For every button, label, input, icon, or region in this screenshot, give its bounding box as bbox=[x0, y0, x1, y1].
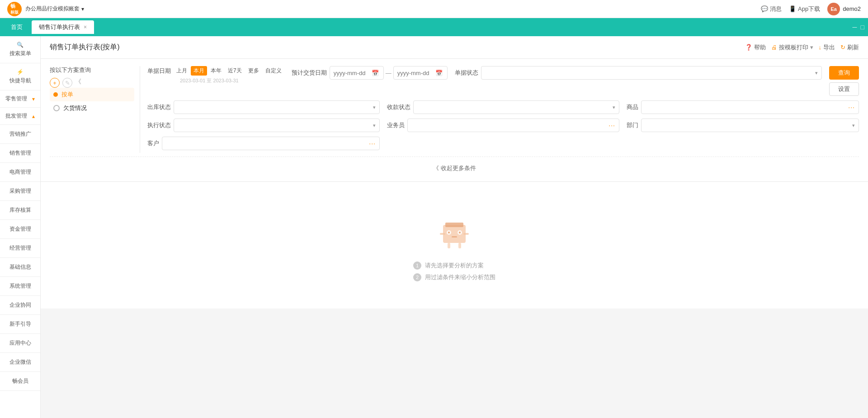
refresh-button[interactable]: ↻ 刷新 bbox=[840, 43, 859, 52]
query-button[interactable]: 查询 bbox=[829, 66, 859, 80]
svg-rect-0 bbox=[443, 225, 466, 243]
sidebar-item-operations[interactable]: 经营管理 bbox=[0, 239, 40, 258]
pill-last-month[interactable]: 上月 bbox=[174, 66, 190, 76]
tab-close-icon[interactable]: × bbox=[84, 24, 87, 30]
download-icon: 📱 bbox=[789, 5, 796, 12]
sidebar-item-appstore[interactable]: 应用中心 bbox=[0, 334, 40, 353]
svg-rect-1 bbox=[445, 223, 463, 227]
collapse-button[interactable]: 《 收起更多条件 bbox=[433, 164, 476, 172]
payment-select[interactable]: ▾ bbox=[413, 100, 619, 114]
sidebar-item-enterprise[interactable]: 企业协同 bbox=[0, 296, 40, 315]
sidebar-item-marketing[interactable]: 营销推广 bbox=[0, 125, 40, 144]
page-header-actions: ❓ 帮助 🖨 按模板打印 ▾ ↓ 导出 ↻ 刷新 bbox=[745, 43, 859, 58]
sidebar-search[interactable]: 🔍 搜索菜单 bbox=[0, 36, 40, 63]
date-label: 单据日期 bbox=[147, 67, 171, 75]
message-button[interactable]: 💬 消息 bbox=[761, 5, 782, 13]
user-menu[interactable]: Ea demo2 bbox=[827, 3, 861, 15]
navtabs-right: ─ □ bbox=[853, 24, 864, 31]
sidebar-label-wechat: 企业微信 bbox=[9, 358, 31, 366]
calendar-end-icon: 📅 bbox=[435, 70, 443, 76]
sidebar-label-enterprise: 企业协同 bbox=[9, 301, 31, 309]
topbar-left: 畅 标版 办公用品行业模拟账套 ▾ bbox=[7, 2, 84, 16]
sidebar-label-inventory: 库存核算 bbox=[9, 206, 31, 214]
sidebar-quick-nav[interactable]: ⚡ 快捷导航 bbox=[0, 63, 40, 90]
pill-more[interactable]: 更多 bbox=[245, 66, 262, 76]
sidebar-item-wechat[interactable]: 企业微信 bbox=[0, 353, 40, 372]
svg-point-5 bbox=[459, 232, 461, 233]
sidebar-item-finance[interactable]: 资金管理 bbox=[0, 220, 40, 239]
salesperson-field: 业务员 ··· bbox=[387, 119, 619, 132]
nav-item-by-debt[interactable]: 欠货情况 bbox=[50, 101, 134, 115]
sidebar-label-finance: 资金管理 bbox=[9, 225, 31, 233]
main-content: 销售订单执行表(按单) ❓ 帮助 🖨 按模板打印 ▾ ↓ 导出 ↻ 刷新 bbox=[41, 36, 868, 418]
expected-date-field: 预计交货日期 📅 — 📅 bbox=[292, 66, 448, 80]
sidebar-label-basic: 基础信息 bbox=[9, 263, 31, 271]
sidebar-label-system: 系统管理 bbox=[9, 282, 31, 290]
export-icon: ↓ bbox=[819, 44, 822, 51]
chevron-down-icon: ▾ bbox=[32, 96, 35, 102]
salesperson-label: 业务员 bbox=[387, 121, 405, 129]
minimize-icon[interactable]: ─ bbox=[853, 24, 857, 31]
sidebar-item-purchase[interactable]: 采购管理 bbox=[0, 182, 40, 201]
goods-input[interactable]: ··· bbox=[641, 100, 859, 114]
collapse-nav-icon[interactable]: 《 bbox=[75, 78, 81, 88]
exec-select[interactable]: ▾ bbox=[174, 119, 380, 132]
svg-rect-8 bbox=[458, 243, 461, 248]
add-scheme-button[interactable]: + bbox=[50, 78, 60, 88]
sidebar-item-ecommerce[interactable]: 电商管理 bbox=[0, 163, 40, 182]
salesperson-input[interactable]: ··· bbox=[407, 119, 619, 132]
tab-home[interactable]: 首页 bbox=[4, 20, 30, 34]
sidebar-item-inventory[interactable]: 库存核算 bbox=[0, 201, 40, 220]
expected-date-start-input[interactable] bbox=[334, 70, 370, 76]
calendar-icon: 📅 bbox=[372, 70, 379, 76]
filter-wrap: 按以下方案查询 + ✎ 《 按单 bbox=[50, 66, 859, 153]
svg-rect-6 bbox=[452, 236, 457, 238]
delivery-label: 出库状态 bbox=[147, 103, 171, 111]
settings-button[interactable]: 设置 bbox=[829, 82, 859, 96]
nav-item-by-order[interactable]: 按单 bbox=[50, 88, 134, 101]
expected-date-start[interactable]: 📅 bbox=[330, 66, 384, 80]
export-button[interactable]: ↓ 导出 bbox=[819, 43, 835, 52]
tip-text-2: 用过滤条件来缩小分析范围 bbox=[425, 273, 495, 281]
sidebar-item-sales[interactable]: 销售管理 bbox=[0, 144, 40, 163]
nav-dot-icon bbox=[53, 92, 58, 97]
sidebar-label-member: 畅会员 bbox=[12, 377, 28, 385]
print-chevron-icon: ▾ bbox=[810, 44, 813, 51]
goods-more-icon[interactable]: ··· bbox=[848, 104, 855, 111]
edit-scheme-button[interactable]: ✎ bbox=[62, 78, 72, 88]
status-select[interactable]: ▾ bbox=[481, 66, 822, 80]
sidebar-item-wholesale[interactable]: 批发管理 ▴ bbox=[0, 108, 40, 125]
logo-main: 畅 bbox=[10, 3, 19, 10]
left-nav-title: 按以下方案查询 bbox=[50, 66, 91, 74]
dept-select[interactable]: ▾ bbox=[641, 119, 859, 132]
salesperson-more-icon[interactable]: ··· bbox=[609, 122, 615, 129]
help-button[interactable]: ❓ 帮助 bbox=[745, 43, 766, 52]
maximize-icon[interactable]: □ bbox=[861, 24, 864, 31]
sidebar-item-retail[interactable]: 零售管理 ▾ bbox=[0, 90, 40, 108]
sidebar-label-retail: 零售管理 bbox=[5, 95, 27, 103]
sidebar-item-system[interactable]: 系统管理 bbox=[0, 277, 40, 296]
pill-this-year[interactable]: 本年 bbox=[208, 66, 224, 76]
print-button[interactable]: 🖨 按模板打印 ▾ bbox=[771, 43, 813, 52]
pill-last-7-days[interactable]: 近7天 bbox=[225, 66, 245, 76]
page-header: 销售订单执行表(按单) ❓ 帮助 🖨 按模板打印 ▾ ↓ 导出 ↻ 刷新 bbox=[41, 36, 868, 59]
tip-text-1: 请先选择要分析的方案 bbox=[425, 261, 484, 270]
app-title-selector[interactable]: 办公用品行业模拟账套 ▾ bbox=[25, 5, 84, 13]
app-download-button[interactable]: 📱 App下载 bbox=[789, 5, 820, 13]
tab-sales-order-exec[interactable]: 销售订单执行表 × bbox=[32, 20, 94, 34]
goods-field: 商品 ··· bbox=[627, 100, 859, 114]
sidebar-label-purchase: 采购管理 bbox=[9, 187, 31, 195]
pill-this-month[interactable]: 本月 bbox=[191, 66, 207, 76]
delivery-select[interactable]: ▾ bbox=[174, 100, 380, 114]
sidebar-label-appstore: 应用中心 bbox=[9, 339, 31, 347]
sidebar-item-member[interactable]: 畅会员 bbox=[0, 372, 40, 391]
app-logo: 畅 标版 bbox=[7, 2, 22, 16]
customer-input[interactable]: ··· bbox=[162, 137, 380, 150]
sidebar-item-newbie[interactable]: 新手引导 bbox=[0, 315, 40, 334]
sidebar-item-basic[interactable]: 基础信息 bbox=[0, 258, 40, 277]
expected-date-end[interactable]: 📅 bbox=[393, 66, 448, 80]
customer-more-icon[interactable]: ··· bbox=[369, 140, 376, 147]
empty-tips: 1 请先选择要分析的方案 2 用过滤条件来缩小分析范围 bbox=[413, 261, 495, 281]
expected-date-end-input[interactable] bbox=[397, 70, 434, 76]
pill-custom[interactable]: 自定义 bbox=[263, 66, 284, 76]
